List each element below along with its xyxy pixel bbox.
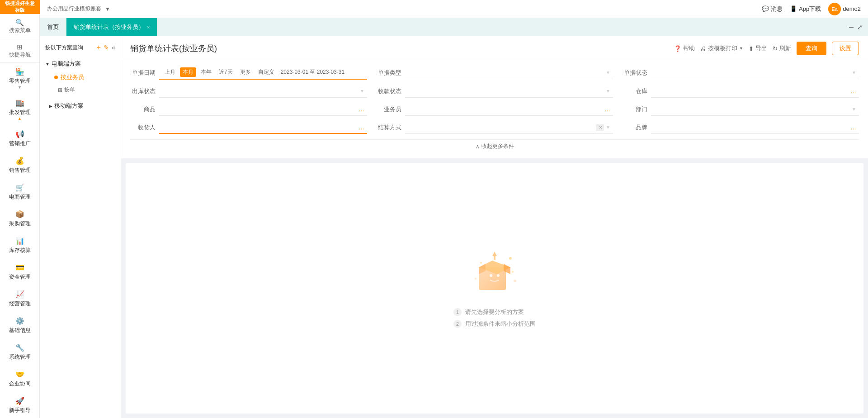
product-control[interactable]: … [159,103,367,116]
filter-row-2: 出库状态 ▼ 收款状态 ▼ [130,85,859,98]
print-dropdown-icon: ▼ [739,46,743,51]
scheme-group-desktop: ▼ 电脑端方案 按业务员 ⊞ 按单 [40,55,121,97]
svg-point-8 [497,274,500,277]
date-tab-custom[interactable]: 自定义 [255,67,277,77]
scheme-sub-by-order[interactable]: ⊞ 按单 [40,84,121,95]
date-tab-this-year[interactable]: 本年 [198,67,214,77]
receiver-control[interactable]: … [159,121,367,134]
sidebar-item-ops[interactable]: 📈 经营管理 [0,285,39,312]
sidebar-item-newbie[interactable]: 🚀 新手引导 [0,392,39,418]
app-logo: 畅捷通好生意 标版 [0,0,40,14]
page-header: 销货单统计表(按业务员) ❓ 帮助 🖨 按模板打印 ▼ ⬆ 导出 [121,36,868,60]
collapse-panel-btn[interactable]: « [112,44,115,51]
left-panel-header: 按以下方案查询 + ✎ « [40,40,121,55]
scheme-item-by-staff[interactable]: 按业务员 [40,71,121,84]
sidebar-item-wholesale[interactable]: 🏬 批发管理 ▲ [0,94,39,125]
desktop-scheme-header[interactable]: ▼ 电脑端方案 [40,57,121,71]
sidebar-item-basic[interactable]: ⚙️ 基础信息 [0,312,39,339]
brand-label: 品牌 [622,124,647,132]
empty-steps: 1 请先选择要分析的方案 2 用过滤条件来缩小分析范围 [453,308,536,332]
user-avatar: Ea [828,3,841,15]
user-avatar-area[interactable]: Ea demo2 [828,3,861,15]
date-tab-7days[interactable]: 近7天 [216,67,236,77]
mobile-scheme-header[interactable]: ▶ 移动端方案 [40,99,121,113]
product-more-icon: … [359,106,364,113]
sidebar-quick-nav[interactable]: ⊞ 快捷导航 [0,39,39,63]
content-area: 按以下方案查询 + ✎ « ▼ 电脑端方案 按业务员 ⊞ 按单 [40,36,868,418]
newbie-icon: 🚀 [15,397,24,405]
sidebar-item-finance[interactable]: 💳 资金管理 [0,259,39,285]
sidebar-item-purchase[interactable]: 📦 采购管理 [0,205,39,232]
tab-minimize-icon[interactable]: ─ [849,24,854,31]
pay-status-label: 收款状态 [376,87,401,95]
ops-icon: 📈 [15,290,24,299]
header-right: 💬 消息 📱 App下载 Ea demo2 [762,3,861,15]
sidebar-item-system[interactable]: 🔧 系统管理 [0,339,39,366]
tab-close-icon[interactable]: × [147,24,150,30]
filter-row-4: 收货人 … 结算方式 [130,121,859,134]
mobile-arrow-icon: ▶ [49,104,52,109]
inventory-icon: 📊 [15,237,24,245]
help-btn[interactable]: ❓ 帮助 [674,44,695,52]
marketing-icon: 📢 [15,130,24,138]
date-control[interactable]: 上月 本月 本年 近7天 更多 自定义 2023-03-01 至 2023-03… [159,66,367,80]
tab-maximize-icon[interactable]: ⤢ [857,24,863,31]
staff-control[interactable]: … [405,103,613,116]
setting-button[interactable]: 设置 [832,42,859,55]
print-btn[interactable]: 🖨 按模板打印 ▼ [700,44,743,52]
tab-active[interactable]: 销货单统计表（按业务员） × [66,18,157,36]
sidebar-item-sales[interactable]: 💰 销售管理 [0,152,39,179]
add-scheme-btn[interactable]: + [97,43,101,52]
status-control[interactable]: ▼ [651,66,859,79]
tab-home[interactable]: 首页 [40,18,66,36]
empty-step-2: 2 用过滤条件来缩小分析范围 [453,320,536,328]
date-tab-this-month[interactable]: 本月 [180,67,196,77]
header-dropdown-icon[interactable]: ▼ [105,6,110,12]
sidebar-item-inventory[interactable]: 📊 库存核算 [0,232,39,259]
message-btn[interactable]: 💬 消息 [762,5,783,13]
sidebar: 畅捷通好生意 标版 🔍 搜索菜单 ⊞ 快捷导航 🏪 零售管理 ▼ 🏬 批发管理 … [0,0,40,418]
staff-more-icon: … [604,106,610,113]
empty-step-1: 1 请先选择要分析的方案 [453,308,536,316]
pay-status-dropdown-icon: ▼ [606,89,610,94]
payment-control[interactable]: × ▼ [405,121,613,134]
collapse-icon: ∧ [476,143,480,150]
edit-scheme-btn[interactable]: ✎ [104,44,109,51]
panel-actions: + ✎ « [97,43,115,52]
filter-staff: 业务员 … [376,103,613,116]
type-label: 单据类型 [376,69,401,77]
desktop-scheme-label: 电脑端方案 [52,60,81,68]
sidebar-item-ecommerce[interactable]: 🛒 电商管理 [0,179,39,205]
filter-row-3: 商品 … 业务员 … [130,103,859,116]
brand-control[interactable]: … [651,121,859,134]
active-dot [54,76,58,79]
group-arrow-icon: ▼ [45,62,50,66]
collapse-filters-btn[interactable]: ∧ 收起更多条件 [130,139,859,153]
receiver-label: 收货人 [130,124,156,132]
svg-point-7 [490,274,492,277]
brand-more-icon: … [850,124,856,131]
date-tab-last-month[interactable]: 上月 [162,67,178,77]
export-icon: ⬆ [749,45,754,52]
sidebar-item-corp[interactable]: 🤝 企业协同 [0,366,39,392]
query-button[interactable]: 查询 [797,42,826,55]
dept-control[interactable]: ▼ [651,103,859,116]
date-tab-more[interactable]: 更多 [237,67,254,77]
out-status-control[interactable]: ▼ [159,85,367,98]
warehouse-control[interactable]: … [651,85,859,98]
sub-icon: ⊞ [58,87,62,93]
pay-status-control[interactable]: ▼ [405,85,613,98]
message-icon: 💬 [762,5,769,12]
svg-point-10 [514,280,516,282]
basic-icon: ⚙️ [15,317,24,325]
type-control[interactable]: ▼ [405,66,613,79]
sidebar-search[interactable]: 🔍 搜索菜单 [0,14,39,39]
app-download-btn[interactable]: 📱 App下载 [790,5,821,13]
receiver-more-icon: … [359,124,364,131]
export-btn[interactable]: ⬆ 导出 [749,44,767,52]
sidebar-item-retail[interactable]: 🏪 零售管理 ▼ [0,63,39,94]
refresh-btn[interactable]: ↻ 刷新 [773,44,791,52]
sidebar-item-marketing[interactable]: 📢 营销推广 [0,125,39,152]
right-panel: 销货单统计表(按业务员) ❓ 帮助 🖨 按模板打印 ▼ ⬆ 导出 [121,36,868,418]
payment-clear-icon[interactable]: × [599,124,602,131]
